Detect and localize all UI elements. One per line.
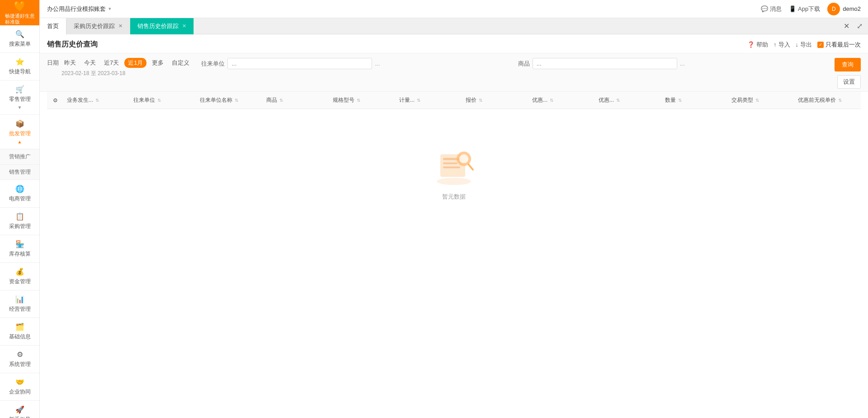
help-button[interactable]: ❓ 帮助 bbox=[747, 41, 768, 49]
date-option-last1m[interactable]: 近1月 bbox=[124, 58, 146, 68]
column-quantity[interactable]: 数量 ⇅ bbox=[661, 92, 728, 109]
mobile-download-icon: 📱 bbox=[789, 5, 796, 12]
column-goods[interactable]: 商品 ⇅ bbox=[263, 92, 329, 109]
tab-sales-history[interactable]: 销售历史价跟踪 ✕ bbox=[130, 18, 194, 34]
column-biz-date[interactable]: 业务发生... ⇅ bbox=[63, 92, 130, 109]
sidebar-item-inventory[interactable]: 🏪 库存核算 bbox=[0, 235, 40, 263]
sidebar-item-sales-mgmt[interactable]: 销售管理 bbox=[0, 165, 40, 180]
sidebar-item-basic[interactable]: 🗂️ 基础信息 bbox=[0, 318, 40, 346]
date-option-yesterday[interactable]: 昨天 bbox=[61, 58, 79, 68]
query-button[interactable]: 查询 bbox=[835, 58, 861, 71]
sidebar-item-label: 批发管理 bbox=[9, 130, 31, 138]
sidebar-item-ecommerce[interactable]: 🌐 电商管理 bbox=[0, 180, 40, 208]
help-icon: ❓ bbox=[747, 41, 755, 48]
sidebar-item-guide[interactable]: 🚀 新手引导 bbox=[0, 401, 40, 418]
chevron-up-icon: ▲ bbox=[18, 139, 22, 144]
filter-bar: 日期 昨天 今天 近7天 近1月 更多 自定义 2023-02-18 至 202… bbox=[40, 53, 868, 92]
column-unit[interactable]: 计量... ⇅ bbox=[396, 92, 462, 109]
sort-icon: ⇅ bbox=[357, 98, 360, 103]
sidebar-item-wholesale[interactable]: 📦 批发管理 ▲ bbox=[0, 115, 40, 149]
column-pretax-price[interactable]: 优惠前无税单价 ⇅ bbox=[794, 92, 861, 109]
sidebar-item-system[interactable]: ⚙ 系统管理 bbox=[0, 346, 40, 373]
sidebar-item-retail[interactable]: 🛒 零售管理 ▼ bbox=[0, 81, 40, 115]
chart-icon: 📊 bbox=[15, 295, 24, 304]
maximize-button[interactable]: ⤢ bbox=[855, 20, 864, 32]
logo-text: 畅捷通好生意 标准版 bbox=[5, 13, 35, 25]
gear-icon: ⚙ bbox=[17, 350, 23, 359]
data-table: ⚙ 业务发生... ⇅ 往来单位 ⇅ 往来单位名称 ⇅ bbox=[47, 92, 861, 109]
tab-sales-close-button[interactable]: ✕ bbox=[182, 23, 186, 29]
sidebar-item-label: 销售管理 bbox=[9, 169, 31, 175]
logo-icon: 🧡 bbox=[14, 0, 26, 12]
sidebar-item-operations[interactable]: 📊 经营管理 bbox=[0, 290, 40, 318]
close-all-tabs-button[interactable]: ✕ bbox=[842, 20, 851, 32]
sidebar-item-label: 零售管理 bbox=[9, 95, 31, 103]
sidebar-item-label: 营销推广 bbox=[9, 153, 31, 160]
svg-line-7 bbox=[468, 164, 473, 170]
svg-rect-4 bbox=[443, 166, 460, 168]
sort-icon: ⇅ bbox=[479, 98, 482, 103]
sidebar-item-label: 经营管理 bbox=[9, 305, 31, 313]
message-icon: 💬 bbox=[761, 5, 768, 12]
goods-input[interactable] bbox=[533, 58, 677, 69]
topbar: 办公用品行业模拟账套 ▾ 💬 消息 📱 App下载 D demo2 bbox=[40, 0, 868, 18]
tab-home[interactable]: 首页 bbox=[40, 18, 66, 34]
topbar-actions: 💬 消息 📱 App下载 D demo2 bbox=[761, 3, 861, 15]
empty-illustration bbox=[431, 145, 476, 187]
workspace-title[interactable]: 办公用品行业模拟账套 ▾ bbox=[47, 5, 755, 13]
partner-input[interactable] bbox=[227, 58, 372, 69]
column-settings[interactable]: ⚙ bbox=[47, 92, 63, 109]
settings-icon: ⚙ bbox=[53, 97, 58, 104]
column-trade-type[interactable]: 交易类型 ⇅ bbox=[728, 92, 794, 109]
sidebar-item-finance[interactable]: 💰 资金管理 bbox=[0, 263, 40, 290]
import-icon: ↑ bbox=[774, 41, 777, 48]
partner-label: 往来单位 bbox=[201, 60, 225, 68]
column-discount2[interactable]: 优惠... ⇅ bbox=[595, 92, 661, 109]
main-content: 办公用品行业模拟账套 ▾ 💬 消息 📱 App下载 D demo2 首页 采购历… bbox=[40, 0, 868, 418]
sidebar-item-enterprise[interactable]: 🤝 企业协同 bbox=[0, 373, 40, 401]
svg-point-0 bbox=[437, 178, 471, 185]
column-spec[interactable]: 规格型号 ⇅ bbox=[329, 92, 396, 109]
box-icon: 📦 bbox=[15, 119, 24, 128]
sidebar: 🧡 畅捷通好生意 标准版 🔍 搜索菜单 ⭐ 快捷导航 🛒 零售管理 ▼ 📦 批发… bbox=[0, 0, 40, 418]
table-header-row: ⚙ 业务发生... ⇅ 往来单位 ⇅ 往来单位名称 ⇅ bbox=[47, 92, 861, 109]
message-button[interactable]: 💬 消息 bbox=[761, 5, 782, 13]
date-range-display: 2023-02-18 至 2023-03-18 bbox=[47, 70, 192, 77]
sidebar-item-marketing[interactable]: 营销推广 bbox=[0, 149, 40, 165]
checkbox-checked-icon: ✓ bbox=[817, 42, 824, 48]
sidebar-item-search[interactable]: 🔍 搜索菜单 bbox=[0, 25, 40, 53]
partner-more-icon[interactable]: ... bbox=[375, 60, 380, 67]
column-partner-name[interactable]: 往来单位名称 ⇅ bbox=[196, 92, 263, 109]
app-download-button[interactable]: 📱 App下载 bbox=[789, 5, 820, 13]
date-option-more[interactable]: 更多 bbox=[149, 58, 166, 68]
partner-filter: 往来单位 ... bbox=[201, 58, 509, 69]
date-option-today[interactable]: 今天 bbox=[81, 58, 99, 68]
sidebar-item-label: 电商管理 bbox=[9, 195, 31, 203]
star-icon: ⭐ bbox=[15, 57, 24, 66]
goods-label: 商品 bbox=[518, 60, 530, 68]
sidebar-item-label: 基础信息 bbox=[9, 333, 31, 341]
sort-icon: ⇅ bbox=[838, 98, 842, 103]
goods-filter: 商品 ... bbox=[518, 58, 826, 69]
date-option-custom[interactable]: 自定义 bbox=[169, 58, 192, 68]
sidebar-item-label: 新手引导 bbox=[9, 416, 31, 418]
sort-icon: ⇅ bbox=[157, 98, 161, 103]
user-menu[interactable]: D demo2 bbox=[827, 3, 861, 15]
tab-purchase-close-button[interactable]: ✕ bbox=[118, 23, 123, 29]
show-last-checkbox[interactable]: ✓ 只看最后一次 bbox=[817, 41, 861, 49]
export-button[interactable]: ↓ 导出 bbox=[796, 41, 812, 49]
import-button[interactable]: ↑ 导入 bbox=[774, 41, 790, 49]
column-discount1[interactable]: 优惠... ⇅ bbox=[528, 92, 595, 109]
column-quote[interactable]: 报价 ⇅ bbox=[462, 92, 528, 109]
sidebar-item-shortcut[interactable]: ⭐ 快捷导航 bbox=[0, 53, 40, 81]
app-logo[interactable]: 🧡 畅捷通好生意 标准版 bbox=[0, 0, 40, 25]
globe-icon: 🌐 bbox=[15, 185, 24, 193]
date-option-last7[interactable]: 近7天 bbox=[101, 58, 122, 68]
tab-purchase-history[interactable]: 采购历史价跟踪 ✕ bbox=[66, 18, 130, 34]
sidebar-item-purchase[interactable]: 📋 采购管理 bbox=[0, 208, 40, 235]
goods-more-icon[interactable]: ... bbox=[680, 60, 685, 67]
handshake-icon: 🤝 bbox=[15, 378, 24, 386]
column-partner-code[interactable]: 往来单位 ⇅ bbox=[130, 92, 196, 109]
settings-button[interactable]: 设置 bbox=[837, 75, 861, 89]
tabs-bar: 首页 采购历史价跟踪 ✕ 销售历史价跟踪 ✕ ✕ ⤢ bbox=[40, 18, 868, 34]
